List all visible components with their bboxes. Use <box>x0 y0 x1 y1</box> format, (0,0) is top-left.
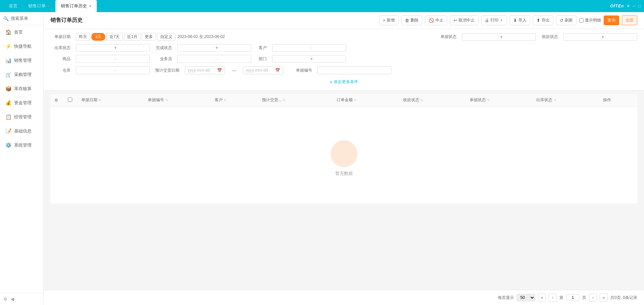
dept-select[interactable]: ▼ <box>272 55 346 63</box>
import-label: 导入 <box>518 17 526 23</box>
calendar-to-icon: 📅 <box>275 68 280 73</box>
th-doc-status-sort-icon: ⇅ <box>487 98 490 102</box>
display-detail-toggle[interactable]: 显示明细 <box>579 17 601 23</box>
refresh-label: 刷新 <box>565 17 573 23</box>
goods-select[interactable]: ··· <box>76 55 150 63</box>
th-amount[interactable]: 订单金额 ⇅ <box>333 94 399 107</box>
th-out-status[interactable]: 出库状态 ⇅ <box>532 94 599 107</box>
sidebar-search[interactable]: 🔍 搜索菜单 <box>0 12 43 25</box>
top-bar-maximize-btn[interactable]: □ <box>638 4 641 8</box>
date-buttons: 昨天 3天 近7天 近1月 更多 自定义 <box>76 33 175 41</box>
setting-label: 设置 <box>626 17 634 23</box>
th-date-sort-icon: ⇅ <box>98 98 101 102</box>
th-date[interactable]: 单据日期 ⇅ <box>77 94 144 107</box>
table-body: 暂无数据 <box>50 107 637 204</box>
status-select[interactable]: ▼ <box>462 33 536 41</box>
first-page-btn[interactable]: « <box>538 294 546 302</box>
sidebar-item-quick-nav[interactable]: ⚡ 快捷导航 <box>0 39 43 53</box>
sidebar-collapse-icon[interactable]: ◀ <box>11 297 14 302</box>
date-btn-yesterday[interactable]: 昨天 <box>76 33 90 41</box>
empty-text: 暂无数据 <box>335 170 353 177</box>
th-doc-no[interactable]: 单据编号 ⇅ <box>144 94 210 107</box>
th-settings[interactable]: ⚙ <box>50 94 64 107</box>
collapse-row[interactable]: ∧ 收起更多条件 <box>50 78 637 86</box>
next-page-btn[interactable]: › <box>589 294 597 302</box>
sidebar-item-inventory[interactable]: 📦 库存核算 <box>0 82 43 96</box>
th-doc-status-label: 单据状态 <box>470 98 486 102</box>
display-detail-checkbox[interactable] <box>579 18 584 23</box>
sidebar-item-sales-mgmt[interactable]: 📊 销售管理 <box>0 53 43 68</box>
export-button[interactable]: ⬆ 导出 <box>533 15 553 25</box>
pay-status-select[interactable]: ▼ <box>563 33 637 41</box>
date-btn-3days[interactable]: 3天 <box>91 33 105 41</box>
complete-status-select[interactable]: ▼ <box>177 44 251 51</box>
last-page-btn[interactable]: » <box>600 294 608 302</box>
th-expected-date[interactable]: 预计交货... ⇅ <box>258 94 333 107</box>
goods-dots: ··· <box>114 56 147 61</box>
th-amount-label: 订单金额 <box>337 98 353 102</box>
prev-page-btn[interactable]: ‹ <box>549 294 557 302</box>
expected-date-to[interactable]: yyyy-mm-dd 📅 <box>243 66 283 74</box>
tab-sales-order-close[interactable]: × <box>48 4 50 8</box>
th-checkbox[interactable] <box>64 94 77 107</box>
sidebar-item-home[interactable]: 🏠 首页 <box>0 25 43 39</box>
print-button[interactable]: 🖨 打印 ▼ <box>481 15 507 25</box>
tab-home[interactable]: 首页 <box>3 0 23 12</box>
sidebar-item-purchase-mgmt[interactable]: 🛒 采购管理 <box>0 68 43 82</box>
sidebar-item-funds-mgmt[interactable]: 💰 资金管理 <box>0 96 43 110</box>
th-doc-status[interactable]: 单据状态 ⇅ <box>466 94 532 107</box>
query-button[interactable]: 查询 <box>604 15 619 25</box>
sidebar-item-sys-mgmt[interactable]: ⚙️ 系统管理 <box>0 138 43 152</box>
filter-row-2: 出库状态 ▼ 完成状态 ▼ 客户 ··· <box>50 44 637 51</box>
status-select-arrow: ▼ <box>500 35 533 39</box>
setting-button[interactable]: 设置 <box>622 15 637 25</box>
complete-status-label: 完成状态 <box>155 45 172 51</box>
tab-sales-order[interactable]: 销售订单 × <box>23 0 55 12</box>
page-size-select[interactable]: 50 10 20 100 <box>517 294 535 301</box>
toolbar: + 新增 🗑 删除 🚫 中止 ↩ 取消中止 🖨 打印 <box>379 15 638 25</box>
th-customer[interactable]: 客户 ⇅ <box>211 94 258 107</box>
page-unit: 页 <box>582 295 586 301</box>
import-icon: ⬇ <box>513 18 517 23</box>
out-status-select[interactable]: ▼ <box>76 44 150 51</box>
sidebar-settings-icon[interactable]: ⚙ <box>3 297 7 302</box>
tab-sales-order-history-close[interactable]: × <box>89 4 91 8</box>
page-header: 销售订单历史 + 新增 🗑 删除 🚫 中止 ↩ 取消中止 <box>44 12 644 29</box>
page-number-input[interactable] <box>566 294 579 301</box>
date-btn-more[interactable]: 更多 <box>142 33 156 41</box>
date-btn-1month[interactable]: 近1月 <box>124 33 140 41</box>
stop-icon: 🚫 <box>429 18 434 23</box>
warehouse-label: 仓库 <box>50 68 71 73</box>
filter-row-1: 单据日期 昨天 3天 近7天 近1月 更多 自定义 2023-06-02 至 2… <box>50 33 637 41</box>
empty-state: 暂无数据 <box>50 107 637 203</box>
content-area: 销售订单历史 + 新增 🗑 删除 🚫 中止 ↩ 取消中止 <box>44 12 644 305</box>
th-operation: 操作 <box>599 94 637 107</box>
page-label: 第 <box>559 295 563 301</box>
search-icon: 🔍 <box>3 16 9 21</box>
top-bar-minimize-btn[interactable]: ─ <box>633 4 636 8</box>
doc-no-input[interactable] <box>317 66 391 74</box>
th-customer-sort-icon: ⇅ <box>224 98 226 102</box>
sidebar-bottom: ⚙ ◀ <box>0 293 43 305</box>
top-bar-close-btn[interactable]: ✕ <box>627 4 630 8</box>
print-icon: 🖨 <box>485 18 489 23</box>
customer-dots: ··· <box>310 46 343 50</box>
delete-button[interactable]: 🗑 删除 <box>401 15 422 25</box>
cancel-stop-button[interactable]: ↩ 取消中止 <box>450 15 478 25</box>
date-btn-7days[interactable]: 近7天 <box>106 33 123 41</box>
customer-select[interactable]: ··· <box>272 44 346 51</box>
new-button[interactable]: + 新增 <box>379 15 399 25</box>
date-btn-custom[interactable]: 自定义 <box>157 33 175 41</box>
tab-sales-order-history[interactable]: 销售订单历史 × <box>55 0 97 12</box>
expected-date-from[interactable]: yyyy-mm-dd 📅 <box>185 66 225 74</box>
warehouse-select[interactable]: ··· <box>76 66 150 74</box>
stop-button[interactable]: 🚫 中止 <box>425 15 447 25</box>
th-pay-status[interactable]: 收款状态 ⇅ <box>399 94 466 107</box>
salesman-select[interactable]: ··· <box>177 55 251 63</box>
sidebar-item-ops-mgmt[interactable]: 📋 经营管理 <box>0 110 43 124</box>
sidebar-item-basic-info[interactable]: 📝 基础信息 <box>0 124 43 138</box>
pay-status-label: 收款状态 <box>541 34 558 40</box>
import-button[interactable]: ⬇ 导入 <box>510 15 530 25</box>
select-all-checkbox[interactable] <box>68 98 72 102</box>
refresh-button[interactable]: ↺ 刷新 <box>556 15 576 25</box>
